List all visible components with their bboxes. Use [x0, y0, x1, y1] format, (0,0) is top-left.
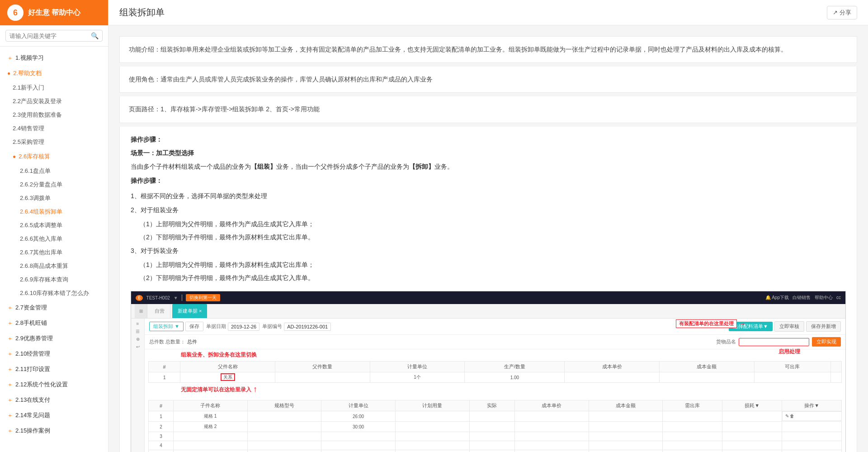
minus-icon-2-6: ●	[13, 153, 16, 160]
mock-topbar-btn: 切换到第一天	[186, 294, 220, 301]
sidebar-item-2-6-9[interactable]: 2.6.9库存账本查询	[0, 273, 108, 286]
upper-cell-prod-qty: 1.00	[465, 372, 565, 383]
sidebar-item-2-5[interactable]: 2.5采购管理	[0, 135, 108, 149]
sidebar-item-2-6-7[interactable]: 2.6.7其他出库单	[0, 246, 108, 259]
mock-search-input[interactable]	[739, 338, 809, 346]
logo-icon: 6	[7, 5, 24, 21]
main-panel: 组装拆卸单 ↗ 分享 功能介绍：组装拆卸单用来处理企业组装或拆卸等加工业务，支持…	[108, 0, 868, 452]
upper-row-1: 1 关系 1个 1.00	[149, 372, 842, 383]
lower-row-2: 2规格 230:00	[149, 422, 842, 432]
sidebar-item-2-3[interactable]: 2.3使用前数据准备	[0, 108, 108, 122]
sidebar-item-2-6-2[interactable]: 2.6.2分量盘点单	[0, 178, 108, 191]
mock-date-label: 单据日期	[206, 323, 226, 330]
upper-table: # 父件名称 父件数量 计量单位 生产/数量 成本单价 成本金额 可出库	[148, 361, 842, 383]
sidebar-item-2-2[interactable]: 2.2产品安装及登录	[0, 95, 108, 108]
sidebar-item-2-4[interactable]: 2.4销售管理	[0, 122, 108, 135]
sidebar-item-2-15-label: 2.15操作案例	[15, 427, 50, 435]
mock-left-icon-2[interactable]: ☰	[136, 329, 140, 334]
upper-cell-cost-price	[565, 372, 660, 383]
sidebar-item-2-6-4[interactable]: 2.6.4组装拆卸单	[0, 205, 108, 219]
sidebar-item-2-15[interactable]: ＋ 2.15操作案例	[0, 423, 108, 438]
mock-tab-new[interactable]: 新建单据 ×	[172, 304, 207, 318]
annotation-toggle: 组装业务、拆卸业务在这里切换	[181, 352, 257, 358]
plus-icon-2-10: ＋	[7, 350, 13, 358]
upper-th-unit: 计量单位	[370, 362, 465, 372]
mock-count-label: 总件数 总数量：	[149, 338, 185, 345]
sidebar-item-video[interactable]: ＋ 1.视频学习	[0, 50, 108, 66]
search-input[interactable]	[9, 33, 91, 39]
sidebar-item-docs[interactable]: ● 2.帮助文档	[0, 66, 108, 81]
sidebar-item-2-12[interactable]: ＋ 2.12系统个性化设置	[0, 377, 108, 392]
upper-cell-can-out	[754, 372, 830, 383]
op-steps2-title: 操作步骤：	[131, 177, 846, 185]
sidebar-item-2-8[interactable]: ＋ 2.8手机旺铺	[0, 315, 108, 331]
mock-date-value[interactable]: 2019-12-26	[228, 323, 259, 331]
mock-type-toggle[interactable]: 组装拆卸 ▼	[149, 322, 184, 331]
sidebar-item-2-6-label: 2.6库存核算	[19, 152, 50, 161]
user-role-text: 使用角色：通常由生产人员或库管人员完成拆装业务的操作，库管人员确认原材料的出库和…	[129, 74, 848, 85]
user-role-section: 使用角色：通常由生产人员或库管人员完成拆装业务的操作，库管人员确认原材料的出库和…	[119, 67, 857, 93]
lower-table: # 子件名称 规格型号 计量单位 计划用量 实际 成本单价 成本金额 需出库	[148, 400, 842, 452]
sidebar-item-2-10-label: 2.10经营管理	[15, 350, 50, 358]
upper-cell-unit: 1个	[370, 372, 465, 383]
step-3-sub-1: （1）上部明细为父件明细，最终作为原材料生成其它出库单；	[140, 259, 846, 271]
sidebar-item-2-12-label: 2.12系统个性化设置	[15, 381, 68, 389]
mock-bill-value[interactable]: AD-20191226-001	[284, 323, 331, 331]
search-button[interactable]: 🔍	[91, 32, 99, 39]
sidebar-item-2-13[interactable]: ＋ 2.13在线支付	[0, 392, 108, 408]
mock-left-icon-3[interactable]: ⊕	[136, 337, 140, 342]
feature-description-text: 功能介绍：组装拆卸单用来处理企业组装或拆卸等加工业务，支持有固定装配清单的产品加…	[129, 44, 848, 55]
lower-row-5: 5	[149, 450, 842, 452]
sidebar-item-2-14[interactable]: ＋ 2.14常见问题	[0, 408, 108, 423]
plus-icon-2-9: ＋	[7, 335, 13, 343]
plus-icon-2-15: ＋	[7, 427, 13, 435]
sidebar-item-2-6-6[interactable]: 2.6.6其他入库单	[0, 232, 108, 246]
sidebar-item-2-1[interactable]: 2.1新手入门	[0, 81, 108, 95]
sidebar-item-docs-label: 2.帮助文档	[13, 69, 42, 77]
mock-confirm-btn[interactable]: 立即审核	[774, 321, 804, 332]
sidebar-item-2-6-3[interactable]: 2.6.3调拨单	[0, 191, 108, 205]
app-name: 好生意 帮助中心	[28, 8, 80, 18]
main-content: 功能介绍：组装拆卸单用来处理企业组装或拆卸等加工业务，支持有固定装配清单的产品加…	[108, 25, 868, 452]
upper-cell-name: 关系	[180, 372, 275, 383]
sidebar-item-2-6[interactable]: ● 2.6库存核算	[0, 149, 108, 164]
mock-search-btn[interactable]: 立即实现	[812, 337, 841, 347]
mock-left-icon-1[interactable]: ≡	[137, 321, 139, 326]
lower-th-cost-price: 成本单价	[515, 400, 589, 411]
step-2: 2、对于组装业务	[131, 205, 846, 216]
lower-row-1: 1规格 126:00✎🗑	[149, 411, 842, 422]
step-2-sub-2: （2）下部明细为子件明细，最终作为原材料生成其它出库单。	[140, 232, 846, 243]
lower-row-3: 3	[149, 432, 842, 441]
plus-icon-2-12: ＋	[7, 381, 13, 389]
sidebar-item-2-6-8[interactable]: 2.6.8商品成本重算	[0, 259, 108, 273]
content-body: 操作步骤： 场景一：加工类型选择 当由多个子件材料组装成一个成品的业务为【组装】…	[119, 127, 857, 452]
feature-description-section: 功能介绍：组装拆卸单用来处理企业组装或拆卸等加工业务，支持有固定装配清单的产品加…	[119, 36, 857, 63]
sidebar-item-2-10[interactable]: ＋ 2.10经营管理	[0, 346, 108, 362]
sidebar-item-2-6-5[interactable]: 2.6.5成本调整单	[0, 219, 108, 232]
lower-th-actual: 实际	[469, 400, 514, 411]
upper-th-parent-name: 父件名称	[180, 362, 275, 372]
sidebar-item-2-11[interactable]: ＋ 2.11打印设置	[0, 362, 108, 377]
mock-other-btn[interactable]: 保存并新增	[806, 321, 841, 332]
plus-icon-2-11: ＋	[7, 366, 13, 373]
sidebar-item-2-6-10[interactable]: 2.6.10库存账本错了怎么办	[0, 286, 108, 300]
nav-path-section: 页面路径：1、库存核算->库存管理->组装拆卸单 2、首页->常用功能	[119, 96, 857, 123]
sidebar-item-2-6-1[interactable]: 2.6.1盘点单	[0, 164, 108, 178]
upper-th-op	[831, 362, 842, 372]
mock-bill-label: 单据编号	[262, 323, 282, 330]
mock-save-btn[interactable]: 保存	[185, 322, 203, 331]
lower-row1-del[interactable]: 🗑	[790, 414, 794, 419]
mock-left-icon-4[interactable]: ↩	[136, 344, 140, 349]
scene1-title: 场景一：加工类型选择	[131, 149, 846, 157]
share-button[interactable]: ↗ 分享	[827, 6, 857, 19]
search-section: 🔍	[0, 25, 108, 47]
mock-tab-home[interactable]: 自营	[149, 304, 170, 318]
sidebar-item-video-label: 1.视频学习	[15, 54, 44, 62]
sidebar-item-2-9[interactable]: ＋ 2.9优惠券管理	[0, 331, 108, 346]
upper-th-cost-price: 成本单价	[565, 362, 660, 372]
lower-row1-edit[interactable]: ✎	[785, 414, 789, 419]
plus-icon-2-7: ＋	[7, 304, 13, 312]
mock-topbar-logo: 6	[136, 295, 143, 300]
sidebar-item-2-7[interactable]: ＋ 2.7资金管理	[0, 300, 108, 315]
page-title: 组装拆卸单	[119, 6, 165, 19]
